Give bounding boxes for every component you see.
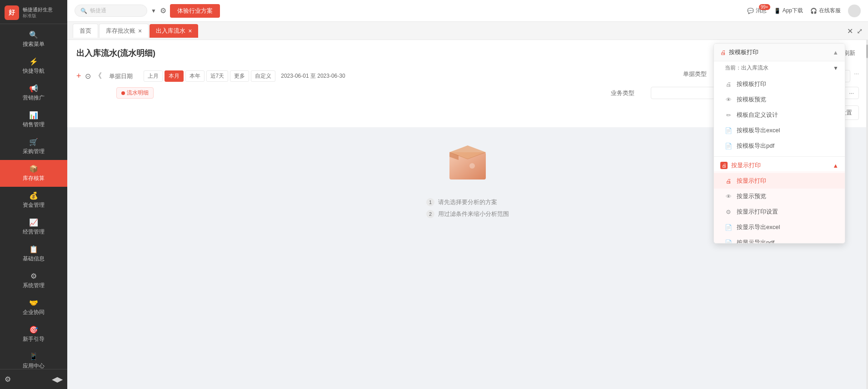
dropdown-item-display-pdf[interactable]: 📄 按显示导出pdf: [714, 235, 845, 243]
dropdown-item-template-pdf[interactable]: 📄 按模板导出pdf: [714, 138, 845, 154]
sidebar-item-search[interactable]: 🔍 搜索菜单: [0, 26, 67, 53]
tab-flow-close[interactable]: ×: [188, 28, 192, 34]
sidebar-item-app-center[interactable]: 📱 应用中心: [0, 348, 67, 369]
display-settings-label: 按显示打印设置: [737, 208, 778, 216]
tabbar-expand-button[interactable]: ⤢: [857, 26, 863, 35]
tab-batch-account[interactable]: 库存批次账 ×: [99, 24, 149, 38]
app-download-button[interactable]: 📱 App下载: [774, 7, 803, 15]
dropdown-item-template-excel[interactable]: 📄 按模板导出excel: [714, 123, 845, 138]
right-scrollbar: [866, 40, 868, 389]
display-section: 🖨 按显示打印 👁 按显示预览 ⚙ 按显示打印设置 📄 按显示导出excel 📄: [714, 171, 845, 243]
tabbar: 首页 库存批次账 × 出入库流水 × ✕ ⤢: [67, 22, 868, 40]
sidebar-item-quick-nav-label: 快捷导航: [23, 67, 45, 75]
display-excel-icon: 📄: [725, 224, 732, 231]
dropdown-item-display-print[interactable]: 🖨 按显示打印: [714, 173, 845, 189]
sidebar-item-sales[interactable]: 📊 销售管理: [0, 106, 67, 133]
topbar-dropdown-button[interactable]: ▼: [151, 8, 156, 14]
dropdown-header-arrow[interactable]: ▲: [833, 49, 838, 56]
current-arrow: ▼: [833, 65, 838, 71]
dropdown-item-template-preview[interactable]: 👁 按模板预览: [714, 92, 845, 107]
tag-dot: [121, 91, 125, 95]
topbar-promo-button[interactable]: 体验行业方案: [170, 4, 220, 18]
tab-batch-account-label: 库存批次账: [106, 27, 135, 35]
filter-add-button[interactable]: +: [76, 71, 81, 81]
app-logo-icon: 好: [5, 5, 19, 20]
tab-home-label: 首页: [80, 27, 91, 35]
template-excel-icon: 📄: [725, 127, 732, 134]
sidebar-item-basic-info[interactable]: 📋 基础信息: [0, 240, 67, 267]
search-icon: 🔍: [29, 30, 38, 39]
sales-icon: 📊: [29, 111, 38, 120]
finance-icon: 💰: [29, 191, 38, 200]
dropdown-scroll: 当前：出入库流水 ▼ 🖨 按模板打印 👁 按模板预览 ✏ 模板自定义设计: [714, 61, 845, 243]
date-btn-7days[interactable]: 近7天: [206, 70, 229, 82]
display-section-title-text: 按显示打印: [731, 161, 761, 170]
display-print-label: 按显示打印: [737, 177, 766, 185]
tab-home[interactable]: 首页: [73, 24, 98, 38]
online-service-button[interactable]: 🎧 在线客服: [810, 7, 841, 15]
tab-flow[interactable]: 出入库流水 ×: [150, 24, 198, 38]
sidebar-item-enterprise[interactable]: 🤝 企业协同: [0, 294, 67, 321]
dropdown-item-template-design[interactable]: ✏ 模板自定义设计: [714, 107, 845, 123]
app-download-label: App下载: [783, 7, 803, 15]
messages-button[interactable]: 💬 消息 99+: [747, 7, 767, 15]
sidebar-item-guide-label: 新手引导: [23, 335, 45, 343]
empty-state: 1 请先选择要分析的方案 2 用过滤条件来缩小分析范围: [426, 136, 509, 218]
filter-collapse-button[interactable]: 《: [95, 71, 102, 81]
sidebar-item-marketing[interactable]: 📢 营销推广: [0, 80, 67, 106]
display-section-icon: 🖨: [720, 162, 728, 169]
sidebar-item-finance[interactable]: 💰 资金管理: [0, 187, 67, 214]
filter-condition-button[interactable]: ⊙: [85, 72, 91, 80]
empty-hint-2: 2 用过滤条件来缩小分析范围: [426, 210, 509, 218]
display-print-icon: 🖨: [725, 177, 732, 185]
sidebar-item-system[interactable]: ⚙ 系统管理: [0, 267, 67, 294]
date-btn-this-year[interactable]: 本年: [185, 70, 205, 82]
empty-hint-1: 1 请先选择要分析的方案: [426, 198, 509, 206]
sidebar-item-operations[interactable]: 📈 经营管理: [0, 214, 67, 240]
template-section: 🖨 按模板打印 👁 按模板预览 ✏ 模板自定义设计 📄 按模板导出excel 📄: [714, 75, 845, 155]
dropdown-item-template-print[interactable]: 🖨 按模板打印: [714, 76, 845, 92]
empty-illustration: [440, 136, 495, 191]
sidebar-item-purchase[interactable]: 🛒 采购管理: [0, 133, 67, 160]
sidebar-item-inventory[interactable]: 📦 库存核算: [0, 160, 67, 187]
dropdown-current-selection[interactable]: 当前：出入库流水 ▼: [714, 61, 845, 75]
page-title: 出入库流水(流水明细): [76, 48, 155, 59]
sidebar-item-operations-label: 经营管理: [23, 228, 45, 236]
dropdown-item-display-excel[interactable]: 📄 按显示导出excel: [714, 219, 845, 235]
date-filter-label: 单据日期: [109, 72, 136, 80]
sidebar-settings-button[interactable]: ⚙: [5, 375, 11, 384]
user-avatar[interactable]: [848, 5, 861, 17]
date-btn-custom[interactable]: 自定义: [251, 70, 275, 82]
sidebar-logo: 好 畅捷通好生意 标准版: [0, 0, 67, 24]
tab-batch-account-close[interactable]: ×: [138, 28, 142, 34]
sidebar-item-guide[interactable]: 🎯 新手引导: [0, 321, 67, 348]
tabbar-close-button[interactable]: ✕: [847, 26, 853, 35]
topbar-left: 🔍 畅捷通 ▼ ⚙ 体验行业方案: [75, 4, 742, 18]
sidebar-collapse-button[interactable]: ◀▶: [52, 375, 63, 384]
sidebar-item-quick-nav[interactable]: ⚡ 快捷导航: [0, 53, 67, 80]
display-pdf-icon: 📄: [725, 239, 732, 243]
print-header-icon: 🖨: [720, 49, 726, 56]
topbar-settings-button[interactable]: ⚙: [160, 6, 166, 15]
dropdown-item-display-preview[interactable]: 👁 按显示预览: [714, 189, 845, 204]
app-badge: 标准版: [23, 13, 53, 19]
app-name: 畅捷通好生意: [23, 6, 53, 13]
template-pdf-label: 按模板导出pdf: [737, 142, 774, 150]
business-type-label: 业务类型: [611, 89, 647, 97]
inventory-icon: 📦: [29, 165, 38, 173]
date-btn-last-month[interactable]: 上月: [144, 70, 163, 82]
topbar: 🔍 畅捷通 ▼ ⚙ 体验行业方案 💬 消息 99+ 📱 App下载: [67, 0, 868, 22]
dropdown-item-display-settings[interactable]: ⚙ 按显示打印设置: [714, 204, 845, 219]
date-range-display: 2023-06-01 至 2023-06-30: [281, 72, 345, 80]
messages-badge: 99+: [759, 4, 770, 10]
sidebar-item-search-label: 搜索菜单: [23, 40, 45, 48]
topbar-dropdown-arrow: ▼: [151, 8, 156, 14]
display-excel-label: 按显示导出excel: [737, 223, 780, 231]
operations-icon: 📈: [29, 218, 38, 227]
display-section-header[interactable]: 🖨 按显示打印 ▲: [714, 158, 845, 171]
right-scrollbar-thumb: [866, 45, 868, 58]
bill-type-more[interactable]: ···: [854, 70, 859, 82]
tabbar-right-actions: ✕ ⤢: [847, 26, 863, 35]
date-btn-this-month[interactable]: 本月: [165, 70, 184, 82]
date-btn-more[interactable]: 更多: [230, 70, 249, 82]
